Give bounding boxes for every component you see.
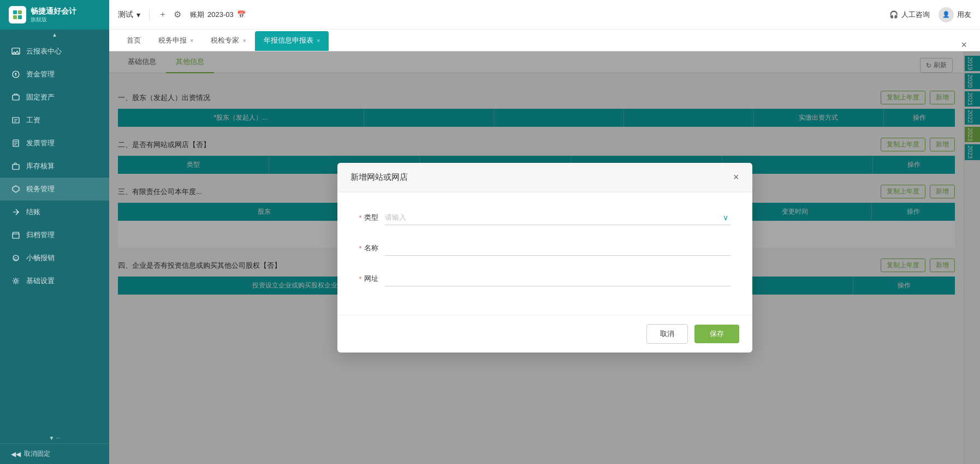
tab-tax[interactable]: 税务申报 × <box>150 31 202 51</box>
tab-tax-label: 税务申报 <box>158 36 187 45</box>
url-input-wrap <box>385 271 730 286</box>
name-required-mark: * <box>359 244 362 252</box>
svg-rect-0 <box>13 10 17 14</box>
sidebar-item-assets-label: 固定资产 <box>26 92 55 102</box>
sidebar-item-payroll[interactable]: 工资 <box>0 109 109 132</box>
svg-text:C: C <box>14 256 17 261</box>
sidebar-item-settlement[interactable]: 结账 <box>0 201 109 224</box>
type-input[interactable] <box>385 210 730 225</box>
sidebar-item-inventory-label: 库存核算 <box>26 161 55 171</box>
sidebar-footer-cancel[interactable]: ◀◀ 取消固定 <box>0 443 109 464</box>
close-panel-button[interactable]: × <box>957 39 971 51</box>
form-row-url: * 网址 <box>359 271 730 286</box>
inventory-icon <box>11 161 21 171</box>
sidebar-item-funds[interactable]: 资金管理 <box>0 63 109 86</box>
type-dropdown-icon[interactable]: ∨ <box>723 213 728 222</box>
logo-icon <box>9 6 26 24</box>
tab-taxcheck[interactable]: 税检专家 × <box>202 31 254 51</box>
support-label: 人工咨询 <box>901 10 930 20</box>
sidebar-item-assets[interactable]: 固定资产 <box>0 86 109 109</box>
sidebar-item-tax[interactable]: 税务管理 <box>0 178 109 201</box>
tab-tax-close[interactable]: × <box>190 37 193 44</box>
report-icon: C <box>11 253 21 263</box>
sidebar-logo-sub: 旗舰版 <box>31 16 76 24</box>
sidebar-item-archive-label: 归档管理 <box>26 230 55 240</box>
url-input[interactable] <box>385 271 730 286</box>
tab-home[interactable]: 首页 <box>118 31 150 51</box>
url-required-mark: * <box>359 275 362 283</box>
tab-yearreport[interactable]: 年报信息申报表 × <box>255 31 329 51</box>
topbar-right: 🎧 人工咨询 👤 用友 <box>889 7 971 22</box>
sidebar-item-archive[interactable]: 归档管理 <box>0 224 109 246</box>
company-selector[interactable]: 测试 ▾ <box>118 10 140 20</box>
tabs-bar: 首页 税务申报 × 税检专家 × 年报信息申报表 × × <box>109 30 980 51</box>
sidebar-item-payroll-label: 工资 <box>26 115 40 125</box>
svg-rect-10 <box>13 234 19 238</box>
tab-yearreport-label: 年报信息申报表 <box>264 36 313 45</box>
modal-body: * 类型 ∨ * 名称 <box>337 192 752 315</box>
headset-icon: 🎧 <box>889 10 898 19</box>
cancel-button[interactable]: 取消 <box>646 324 688 344</box>
modal-title: 新增网站或网店 <box>351 172 408 183</box>
cancel-fixed-label: 取消固定 <box>24 449 50 459</box>
main-area: 测试 ▾ ＋ ⚙ 账期 2023-03 📅 🎧 人工咨询 👤 用友 <box>109 0 980 464</box>
sidebar-logo: 畅捷通好会计 旗舰版 <box>0 0 109 30</box>
modal-close-button[interactable]: × <box>733 172 739 183</box>
sidebar-item-tax-label: 税务管理 <box>26 184 55 194</box>
type-required-mark: * <box>359 214 362 222</box>
tab-taxcheck-close[interactable]: × <box>242 37 246 44</box>
name-input-wrap <box>385 240 730 256</box>
payroll-icon <box>11 115 21 125</box>
content-area: 基础信息 其他信息 ↻ 刷新 一、股东（发起人）出资情况 <box>109 51 980 464</box>
sidebar-item-settlement-label: 结账 <box>26 207 40 217</box>
sidebar-item-settings[interactable]: 基础设置 <box>0 269 109 292</box>
user-menu[interactable]: 👤 用友 <box>939 7 971 22</box>
company-dropdown-icon: ▾ <box>136 10 140 19</box>
topbar-actions: ＋ ⚙ <box>158 9 181 20</box>
svg-rect-6 <box>13 95 19 100</box>
form-row-type: * 类型 ∨ <box>359 210 730 225</box>
sidebar-logo-text: 畅捷通好会计 <box>31 6 76 16</box>
topbar: 测试 ▾ ＋ ⚙ 账期 2023-03 📅 🎧 人工咨询 👤 用友 <box>109 0 980 30</box>
type-label: 类型 <box>364 213 378 222</box>
settings-gear-button[interactable]: ⚙ <box>174 9 181 20</box>
modal-footer: 取消 保存 <box>337 315 752 353</box>
svg-rect-7 <box>13 118 19 123</box>
sidebar-scroll-down[interactable]: ▼ ··· <box>0 433 109 443</box>
sidebar-item-invoice[interactable]: 发票管理 <box>0 132 109 155</box>
sidebar-item-settings-label: 基础设置 <box>26 276 55 286</box>
save-button[interactable]: 保存 <box>694 325 739 343</box>
sidebar: 畅捷通好会计 旗舰版 ▲ 云报表中心 资金管理 <box>0 0 109 464</box>
tax-icon <box>11 184 21 194</box>
funds-icon <box>11 69 21 79</box>
modal-header: 新增网站或网店 × <box>337 163 752 192</box>
form-row-name: * 名称 <box>359 240 730 256</box>
sidebar-item-cloud-label: 云报表中心 <box>26 46 62 56</box>
tab-taxcheck-label: 税检专家 <box>211 36 239 45</box>
period-value: 2023-03 <box>207 10 234 19</box>
support-button[interactable]: 🎧 人工咨询 <box>889 10 930 20</box>
calendar-icon[interactable]: 📅 <box>237 10 246 19</box>
topbar-divider1 <box>149 9 150 20</box>
modal-add-website: 新增网站或网店 × * 类型 ∨ <box>337 163 752 353</box>
cloud-report-icon <box>11 46 21 56</box>
company-name: 测试 <box>118 10 133 20</box>
settlement-icon <box>11 207 21 217</box>
svg-rect-9 <box>13 165 19 169</box>
add-button[interactable]: ＋ <box>158 9 167 20</box>
svg-rect-3 <box>18 15 22 19</box>
tab-yearreport-close[interactable]: × <box>317 37 320 44</box>
sidebar-item-funds-label: 资金管理 <box>26 69 55 79</box>
sidebar-item-report[interactable]: C 小畅报销 <box>0 246 109 269</box>
user-name: 用友 <box>957 10 971 20</box>
sidebar-scroll-up[interactable]: ▲ <box>0 30 109 40</box>
modal-overlay: 新增网站或网店 × * 类型 ∨ <box>109 51 980 464</box>
tab-home-label: 首页 <box>127 36 141 45</box>
name-input[interactable] <box>385 240 730 255</box>
period-section: 账期 2023-03 📅 <box>190 10 246 20</box>
sidebar-item-cloud[interactable]: 云报表中心 <box>0 40 109 63</box>
avatar: 👤 <box>939 7 954 22</box>
sidebar-item-inventory[interactable]: 库存核算 <box>0 155 109 178</box>
settings-icon <box>11 276 21 286</box>
url-label: 网址 <box>364 274 378 284</box>
